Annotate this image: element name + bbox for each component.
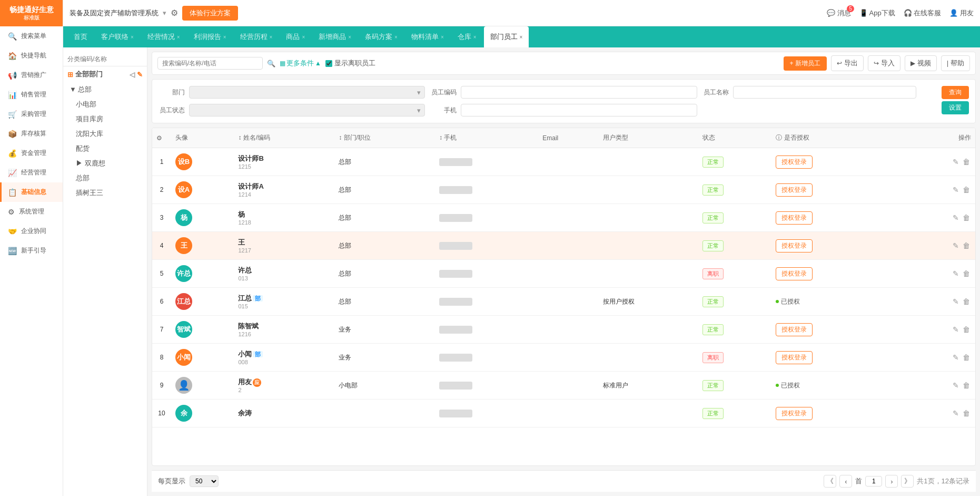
- user-avatar[interactable]: 👤 用友: [949, 8, 974, 18]
- dept-node-head[interactable]: ▼ 总部: [63, 82, 147, 97]
- tab-close-customer[interactable]: ×: [131, 34, 134, 40]
- sidebar-item-guide[interactable]: 🆕新手引导: [0, 241, 63, 260]
- delete-button[interactable]: 🗑: [963, 325, 970, 334]
- dept-all-label[interactable]: 全部部门: [75, 70, 103, 79]
- delete-button[interactable]: 🗑: [963, 186, 970, 194]
- auth-button[interactable]: 授权登录: [776, 267, 813, 280]
- filter-phone-input[interactable]: [461, 104, 697, 116]
- sidebar-item-marketing[interactable]: 📢营销推广: [0, 65, 63, 85]
- th-phone[interactable]: ↕ 手机: [435, 128, 538, 148]
- dept-node-plant[interactable]: 插树王三: [63, 186, 147, 200]
- tab-profit[interactable]: 利润报告×: [187, 26, 233, 47]
- delete-button[interactable]: 🗑: [963, 158, 970, 166]
- sidebar-item-enterprise[interactable]: 🤝企业协同: [0, 221, 63, 241]
- sidebar-item-quicknav[interactable]: 🏠快捷导航: [0, 46, 63, 65]
- view-button[interactable]: ▶ 视频: [905, 55, 937, 71]
- tab-warehouse[interactable]: 仓库×: [451, 26, 483, 47]
- auth-button[interactable]: 授权登录: [776, 183, 813, 197]
- show-resigned-toggle[interactable]: 显示离职员工: [325, 59, 375, 68]
- topbar-dropdown-icon[interactable]: ▾: [163, 9, 166, 17]
- tab-close-new_goods[interactable]: ×: [348, 34, 351, 40]
- edit-button[interactable]: ✎: [953, 186, 959, 194]
- tab-home[interactable]: 首页: [67, 26, 94, 47]
- tab-close-operation_hist[interactable]: ×: [270, 34, 273, 40]
- sidebar-item-operation[interactable]: 📈经营管理: [0, 163, 63, 182]
- dept-node-small_elec[interactable]: 小电部: [63, 97, 147, 112]
- sidebar-item-inventory[interactable]: 📦库存核算: [0, 124, 63, 143]
- dept-edit-icon[interactable]: ✎: [137, 71, 143, 79]
- tab-operation_stat[interactable]: 经营情况×: [141, 26, 186, 47]
- delete-button[interactable]: 🗑: [963, 213, 970, 222]
- tab-close-operation_stat[interactable]: ×: [177, 34, 180, 40]
- tab-close-goods[interactable]: ×: [302, 34, 305, 40]
- tab-new_goods[interactable]: 新增商品×: [312, 26, 358, 47]
- next-page-button[interactable]: ›: [885, 475, 898, 488]
- delete-button[interactable]: 🗑: [963, 381, 970, 390]
- auth-button[interactable]: 授权登录: [776, 239, 813, 252]
- dept-node-project[interactable]: 项目库房: [63, 112, 147, 127]
- sidebar-item-system[interactable]: ⚙系统管理: [0, 202, 63, 221]
- tab-close-profit[interactable]: ×: [223, 34, 226, 40]
- sidebar-item-finance[interactable]: 💰资金管理: [0, 143, 63, 163]
- tab-staff[interactable]: 部门员工×: [484, 26, 529, 47]
- th-name-code[interactable]: ↕ 姓名/编码: [234, 128, 334, 148]
- edit-button[interactable]: ✎: [953, 409, 959, 417]
- sidebar-item-basic[interactable]: 📋基础信息: [0, 182, 63, 202]
- auth-button[interactable]: 授权登录: [776, 211, 813, 225]
- page-size-select[interactable]: 50 100: [190, 475, 219, 487]
- dept-node-dist[interactable]: 配货: [63, 141, 147, 156]
- app-download-button[interactable]: 📱 App下载: [859, 8, 895, 18]
- edit-button[interactable]: ✎: [953, 241, 959, 250]
- auth-button[interactable]: 授权登录: [776, 407, 813, 420]
- th-settings[interactable]: ⚙: [152, 128, 171, 148]
- tab-close-barcode[interactable]: ×: [394, 34, 398, 40]
- tab-barcode[interactable]: 条码方案×: [359, 26, 404, 47]
- tab-material[interactable]: 物料清单×: [405, 26, 450, 47]
- edit-button[interactable]: ✎: [953, 297, 959, 306]
- search-input[interactable]: [157, 57, 263, 70]
- notification-button[interactable]: 💬 消息 5: [827, 8, 851, 18]
- import-button[interactable]: ↪ 导入: [868, 55, 900, 71]
- tab-close-material[interactable]: ×: [441, 34, 444, 40]
- delete-button[interactable]: 🗑: [963, 241, 970, 250]
- edit-button[interactable]: ✎: [953, 269, 959, 278]
- show-resigned-checkbox[interactable]: [325, 60, 332, 67]
- topbar-gear-icon[interactable]: ⚙: [171, 8, 178, 18]
- sidebar-item-search[interactable]: 🔍搜索菜单: [0, 26, 63, 46]
- dept-node-hq[interactable]: 总部: [63, 171, 147, 186]
- dept-collapse-button[interactable]: ◁: [130, 71, 135, 79]
- filter-status-select[interactable]: [189, 104, 425, 116]
- delete-button[interactable]: 🗑: [963, 297, 970, 306]
- prev-page-button[interactable]: ‹: [839, 475, 852, 488]
- edit-button[interactable]: ✎: [953, 213, 959, 222]
- search-icon[interactable]: 🔍: [267, 60, 275, 67]
- more-filter-button[interactable]: ▦ 更多条件 ▲: [280, 59, 321, 68]
- trial-button[interactable]: 体验行业方案: [182, 6, 238, 21]
- edit-button[interactable]: ✎: [953, 325, 959, 334]
- filter-search-button[interactable]: 查询: [942, 86, 969, 99]
- delete-button[interactable]: 🗑: [963, 353, 970, 362]
- help-button[interactable]: | 帮助: [941, 55, 970, 71]
- edit-button[interactable]: ✎: [953, 353, 959, 362]
- tab-customer[interactable]: 客户联络×: [95, 26, 140, 47]
- filter-empname-input[interactable]: [733, 86, 916, 99]
- delete-button[interactable]: 🗑: [963, 409, 970, 417]
- tab-close-staff[interactable]: ×: [520, 34, 523, 40]
- dept-node-shenyang[interactable]: 沈阳大库: [63, 127, 147, 141]
- edit-button[interactable]: ✎: [953, 381, 959, 390]
- online-service-button[interactable]: 🎧 在线客服: [904, 8, 942, 18]
- auth-button[interactable]: 授权登录: [776, 323, 813, 336]
- delete-button[interactable]: 🗑: [963, 269, 970, 278]
- export-button[interactable]: ↩ 导出: [831, 55, 864, 71]
- add-employee-button[interactable]: + 新增员工: [784, 56, 827, 71]
- tab-goods[interactable]: 商品×: [280, 26, 311, 47]
- edit-button[interactable]: ✎: [953, 158, 959, 166]
- tab-operation_hist[interactable]: 经营历程×: [234, 26, 279, 47]
- auth-button[interactable]: 授权登录: [776, 351, 813, 364]
- sidebar-item-purchase[interactable]: 🛒采购管理: [0, 104, 63, 124]
- dept-search-input[interactable]: [67, 55, 146, 63]
- filter-dept-select[interactable]: [189, 86, 425, 99]
- th-dept-role[interactable]: ↕ 部门/职位: [334, 128, 435, 148]
- sidebar-item-sales[interactable]: 📊销售管理: [0, 85, 63, 104]
- last-page-button[interactable]: 》: [901, 475, 914, 488]
